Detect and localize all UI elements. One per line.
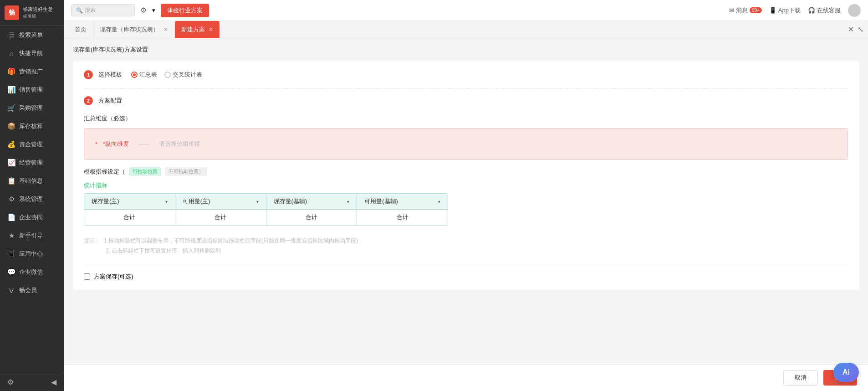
marketing-icon: 🎁 <box>7 67 15 76</box>
ai-assistant-bubble[interactable]: Ai <box>833 363 859 382</box>
hints-area: 提示： 1.拖动标题栏可以调整布局，不可跨维度或指标区域拖动栏目字段(只能在同一… <box>84 236 848 256</box>
tab-new-scheme[interactable]: 新建方案 ✕ <box>175 21 220 38</box>
col-header-3[interactable]: 可用量(基辅) ▾ <box>357 194 448 209</box>
close-tab-button[interactable]: ✕ <box>848 25 854 34</box>
indicator-settings-label: 模板指标设定（ <box>84 168 125 176</box>
radio-cross-label: 交叉统计表 <box>173 71 202 79</box>
sidebar-item-label: 资金管理 <box>19 140 43 149</box>
sidebar-item-wechat[interactable]: 💬 企业微信 <box>0 263 64 281</box>
col-label-1: 可用量(主) <box>183 197 210 206</box>
avatar <box>848 4 861 17</box>
scheme-settings-card: 1 选择模板 汇总表 交叉统计表 2 方案配置 <box>73 61 859 290</box>
message-label: 消息 <box>736 6 748 15</box>
step1-number: 1 <box>84 70 93 79</box>
col-summary-3: 合计 <box>357 210 448 225</box>
headset-icon: 🎧 <box>808 7 815 14</box>
save-scheme-row: 方案保存(可选) <box>84 265 848 281</box>
col-chevron-3[interactable]: ▾ <box>438 199 440 204</box>
sidebar-item-label: 系统管理 <box>19 195 43 203</box>
app-download-button[interactable]: 📱 App下载 <box>769 6 801 15</box>
sidebar-item-label: 库存核算 <box>19 122 43 130</box>
sidebar-item-label: 经营管理 <box>19 159 43 167</box>
tabs-bar: 首页 现存量（库存状况表） ✕ 新建方案 ✕ ✕ ⤡ <box>64 21 868 38</box>
col-label-3: 可用量(基辅) <box>364 197 398 206</box>
sidebar-item-purchase[interactable]: 🛒 采购管理 <box>0 99 64 117</box>
sidebar-item-label: 企业微信 <box>19 268 43 276</box>
settings-footer-icon[interactable]: ⚙ <box>7 378 14 386</box>
sidebar-item-label: 营销推广 <box>19 67 43 76</box>
sidebar-item-new-guide[interactable]: ★ 新手引导 <box>0 226 64 245</box>
basic-info-icon: 📋 <box>7 177 15 185</box>
topbar-gear-icon[interactable]: ⚙ <box>140 6 147 15</box>
radio-cross[interactable]: 交叉统计表 <box>164 71 202 79</box>
indicator-table: 现存量(主) ▾ 可用量(主) ▾ 现存量(基辅) ▾ 可用量(基辅) <box>84 193 448 226</box>
ai-label: Ai <box>842 368 850 376</box>
cancel-button[interactable]: 取消 <box>783 370 818 386</box>
vertical-dim-placeholder: 请选择分组维度 <box>159 140 200 148</box>
col-header-0[interactable]: 现存量(主) ▾ <box>84 194 175 209</box>
col-header-1[interactable]: 可用量(主) ▾ <box>175 194 266 209</box>
sidebar-item-marketing[interactable]: 🎁 营销推广 <box>0 62 64 81</box>
step1-label: 选择模板 <box>98 71 122 79</box>
tab-home-label: 首页 <box>75 26 87 34</box>
tab-home[interactable]: 首页 <box>68 21 93 38</box>
hint-item-1-row: 2. 点击标题栏下拉可设置排序、插入列和删除列 <box>84 246 848 256</box>
purchase-icon: 🛒 <box>7 104 15 112</box>
sidebar-item-label: 应用中心 <box>19 250 43 258</box>
page-title: 现存量(库存状况表)方案设置 <box>73 46 859 54</box>
online-service-button[interactable]: 🎧 在线客服 <box>808 6 841 15</box>
sidebar-item-system[interactable]: ⚙ 系统管理 <box>0 190 64 208</box>
sidebar-item-app-center[interactable]: 📱 应用中心 <box>0 245 64 263</box>
sidebar-item-vip[interactable]: V 畅会员 <box>0 281 64 299</box>
non-draggable-badge: 不可拖动位置） <box>165 167 207 176</box>
col-chevron-1[interactable]: ▾ <box>256 199 259 204</box>
vertical-dimension-area[interactable]: * *纵向维度 —— 请选择分组维度 <box>84 128 848 160</box>
step2-number: 2 <box>84 96 93 105</box>
draggable-badge: 可拖动位置 <box>129 167 161 176</box>
save-scheme-checkbox[interactable] <box>84 273 90 280</box>
inventory-icon: 📦 <box>7 122 15 130</box>
tab-inventory-close-icon[interactable]: ✕ <box>163 26 168 33</box>
save-scheme-label: 方案保存(可选) <box>94 273 133 281</box>
sidebar-item-operations[interactable]: 📈 经营管理 <box>0 154 64 172</box>
app-download-label: App下载 <box>778 6 801 15</box>
col-chevron-2[interactable]: ▾ <box>347 199 349 204</box>
indicator-label-row: 模板指标设定（ 可拖动位置 不可拖动位置） <box>84 167 848 176</box>
radio-cross-dot <box>164 72 171 78</box>
hint-title-text: 提示： <box>84 236 100 246</box>
indicator-settings: 模板指标设定（ 可拖动位置 不可拖动位置） 统计指标 现存量(主) ▾ 可用量(… <box>84 167 848 227</box>
indicator-table-header: 现存量(主) ▾ 可用量(主) ▾ 现存量(基辅) ▾ 可用量(基辅) <box>84 194 448 209</box>
new-guide-icon: ★ <box>7 232 15 240</box>
radio-summary[interactable]: 汇总表 <box>131 71 157 79</box>
col-chevron-0[interactable]: ▾ <box>165 199 168 204</box>
tab-new-scheme-close-icon[interactable]: ✕ <box>209 26 213 33</box>
collapse-icon[interactable]: ◀ <box>51 378 56 386</box>
app-center-icon: 📱 <box>7 250 15 258</box>
vertical-dim-label: *纵向维度 <box>103 140 129 148</box>
sidebar: 畅 畅康通好生意 标准版 ☰ 搜索菜单 ⌂ 快捷导航 🎁 营销推广 📊 销售管理… <box>0 0 64 391</box>
finance-icon: 💰 <box>7 140 15 149</box>
sidebar-item-search-menu[interactable]: ☰ 搜索菜单 <box>0 26 64 44</box>
sidebar-item-basic-info[interactable]: 📋 基础信息 <box>0 172 64 190</box>
expand-tab-button[interactable]: ⤡ <box>858 25 863 34</box>
dropdown-arrow-icon[interactable]: ▾ <box>152 7 155 14</box>
step1-row: 1 选择模板 汇总表 交叉统计表 <box>84 70 848 79</box>
tab-inventory[interactable]: 现存量（库存状况表） ✕ <box>93 21 175 38</box>
app-name: 畅康通好生意 <box>23 6 53 13</box>
sidebar-item-inventory[interactable]: 📦 库存核算 <box>0 117 64 135</box>
topbar-right: ✉ 消息 99+ 📱 App下载 🎧 在线客服 <box>729 4 861 17</box>
message-button[interactable]: ✉ 消息 99+ <box>729 6 762 15</box>
sidebar-item-sales[interactable]: 📊 销售管理 <box>0 81 64 99</box>
hint-item-1: 2. 点击标题栏下拉可设置排序、插入列和删除列 <box>106 246 221 256</box>
col-label-0: 现存量(主) <box>92 197 119 206</box>
step2-row: 2 方案配置 <box>84 96 848 105</box>
sidebar-item-finance[interactable]: 💰 资金管理 <box>0 135 64 154</box>
trial-industry-button[interactable]: 体验行业方案 <box>161 4 209 17</box>
col-header-2[interactable]: 现存量(基辅) ▾ <box>266 194 357 209</box>
sidebar-item-contract[interactable]: 📄 企业协同 <box>0 208 64 226</box>
search-box[interactable]: 🔍 搜索 <box>71 4 135 16</box>
sales-icon: 📊 <box>7 86 15 94</box>
template-radio-group: 汇总表 交叉统计表 <box>131 71 202 79</box>
user-avatar-button[interactable] <box>848 4 861 17</box>
sidebar-item-quick-nav[interactable]: ⌂ 快捷导航 <box>0 44 64 62</box>
